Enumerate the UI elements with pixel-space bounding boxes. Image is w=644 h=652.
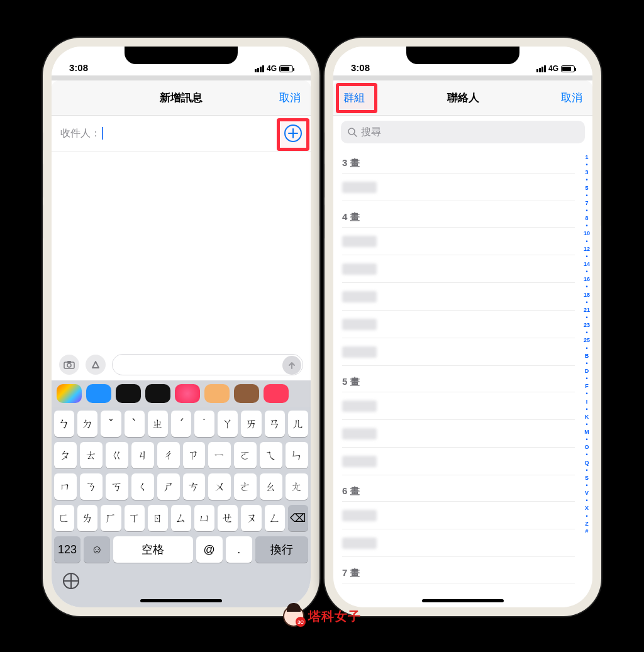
index-item[interactable]: M xyxy=(584,428,589,436)
index-item[interactable]: • xyxy=(586,222,587,229)
index-item[interactable]: 12 xyxy=(584,245,590,253)
key-ㄥ[interactable]: ㄥ xyxy=(265,505,285,531)
search-input[interactable]: 搜尋 xyxy=(341,121,585,143)
key-ㄠ[interactable]: ㄠ xyxy=(260,473,282,500)
camera-button[interactable] xyxy=(59,355,79,375)
key-ㄟ[interactable]: ㄟ xyxy=(260,442,282,468)
key-123[interactable]: 123 xyxy=(54,536,80,563)
key-at[interactable]: @ xyxy=(196,536,223,563)
key-ㄞ[interactable]: ㄞ xyxy=(241,411,261,437)
index-item[interactable]: B xyxy=(585,352,589,360)
index-item[interactable]: D xyxy=(585,367,589,375)
contact-row[interactable] xyxy=(342,502,575,529)
index-item[interactable]: Z xyxy=(585,520,589,528)
index-item[interactable]: Q xyxy=(584,459,589,467)
app-applepay-icon[interactable] xyxy=(116,384,141,403)
index-item[interactable]: O xyxy=(584,443,589,451)
index-item[interactable]: 21 xyxy=(584,306,590,314)
index-item[interactable]: • xyxy=(586,451,587,458)
index-item[interactable]: • xyxy=(586,390,587,397)
contact-row[interactable] xyxy=(342,392,575,420)
key-ㄏ[interactable]: ㄏ xyxy=(101,505,121,531)
section-index[interactable]: 1•3•5•7•8•10•12•14•16•18•21•23•25•B•D•F•… xyxy=(584,153,590,595)
send-button[interactable] xyxy=(282,356,301,375)
key-ㄦ[interactable]: ㄦ xyxy=(288,411,308,437)
key-emoji[interactable]: ☺ xyxy=(84,536,110,563)
index-item[interactable]: • xyxy=(586,329,587,336)
contact-row[interactable] xyxy=(342,338,575,366)
contact-row[interactable] xyxy=(342,174,575,201)
contacts-list[interactable]: 3 畫4 畫5 畫6 畫7 畫 1•3•5•7•8•10•12•14•16•18… xyxy=(333,147,592,595)
index-item[interactable]: • xyxy=(586,512,587,520)
key-ㄆ[interactable]: ㄆ xyxy=(54,442,77,468)
key-ㄇ[interactable]: ㄇ xyxy=(54,473,77,500)
contact-row[interactable] xyxy=(342,283,575,311)
key-ㄓ[interactable]: ㄓ xyxy=(148,411,168,437)
app-memoji1-icon[interactable] xyxy=(204,384,230,403)
key-˙[interactable]: ˙ xyxy=(194,411,214,437)
contact-row[interactable] xyxy=(342,529,575,557)
key-ㄚ[interactable]: ㄚ xyxy=(218,411,238,437)
contact-row[interactable] xyxy=(342,228,575,255)
key-ㄌ[interactable]: ㄌ xyxy=(77,505,97,531)
key-ㄕ[interactable]: ㄕ xyxy=(157,473,180,500)
key-ㄣ[interactable]: ㄣ xyxy=(286,442,308,468)
index-item[interactable]: # xyxy=(585,528,588,535)
index-item[interactable]: • xyxy=(586,283,587,290)
key-ㄩ[interactable]: ㄩ xyxy=(194,505,214,531)
key-ˇ[interactable]: ˇ xyxy=(101,411,121,437)
key-ㄍ[interactable]: ㄍ xyxy=(106,442,128,468)
index-item[interactable]: • xyxy=(586,176,587,184)
index-item[interactable]: I xyxy=(586,398,588,406)
index-item[interactable]: • xyxy=(586,467,587,474)
key-ㄒ[interactable]: ㄒ xyxy=(125,505,145,531)
key-ㄡ[interactable]: ㄡ xyxy=(241,505,261,531)
contact-row[interactable] xyxy=(342,311,575,338)
message-input[interactable] xyxy=(112,354,303,375)
key-ㄑ[interactable]: ㄑ xyxy=(131,473,154,500)
key-return[interactable]: 換行 xyxy=(255,536,308,563)
contact-row[interactable] xyxy=(342,255,575,283)
index-item[interactable]: • xyxy=(586,268,587,275)
index-item[interactable]: • xyxy=(586,360,587,367)
app-fitness-icon[interactable] xyxy=(145,384,170,403)
key-ㄎ[interactable]: ㄎ xyxy=(106,473,128,500)
index-item[interactable]: 8 xyxy=(585,214,588,222)
index-item[interactable]: • xyxy=(586,421,587,428)
index-item[interactable]: • xyxy=(586,497,587,504)
key-ˋ[interactable]: ˋ xyxy=(125,411,145,437)
index-item[interactable]: F xyxy=(585,382,589,390)
index-item[interactable]: • xyxy=(586,375,587,382)
contact-row[interactable] xyxy=(342,448,575,475)
index-item[interactable]: 10 xyxy=(584,229,590,237)
key-space[interactable]: 空格 xyxy=(113,536,192,563)
key-ㄝ[interactable]: ㄝ xyxy=(218,505,238,531)
key-ㄨ[interactable]: ㄨ xyxy=(208,473,231,500)
index-item[interactable]: 16 xyxy=(584,275,590,283)
index-item[interactable]: 3 xyxy=(585,169,588,176)
index-item[interactable]: • xyxy=(586,238,587,245)
groups-button[interactable]: 群組 xyxy=(333,80,375,115)
app-store-icon[interactable] xyxy=(86,384,111,403)
index-item[interactable]: V xyxy=(585,489,589,497)
index-item[interactable]: 5 xyxy=(585,184,588,192)
index-item[interactable]: S xyxy=(585,474,589,482)
key-ㄜ[interactable]: ㄜ xyxy=(234,473,257,500)
keyboard[interactable]: ㄅㄉˇˋㄓˊ˙ㄚㄞㄢㄦ ㄆㄊㄍㄐㄔㄗㄧㄛㄟㄣ ㄇㄋㄎㄑㄕㄘㄨㄜㄠㄤ ㄈㄌㄏㄒㄖㄙ… xyxy=(52,407,311,607)
key-ㄈ[interactable]: ㄈ xyxy=(54,505,74,531)
key-ㄤ[interactable]: ㄤ xyxy=(286,473,308,500)
app-memoji2-icon[interactable] xyxy=(234,384,259,403)
key-ㄙ[interactable]: ㄙ xyxy=(171,505,191,531)
appstore-button[interactable] xyxy=(86,355,106,375)
app-music-icon[interactable] xyxy=(175,384,200,403)
index-item[interactable]: 25 xyxy=(584,336,590,344)
message-body[interactable] xyxy=(52,152,311,349)
contact-row[interactable] xyxy=(342,420,575,448)
app-photos-icon[interactable] xyxy=(57,384,82,403)
index-item[interactable]: • xyxy=(586,436,587,443)
key-ㄖ[interactable]: ㄖ xyxy=(148,505,168,531)
key-dot[interactable]: . xyxy=(226,536,252,563)
index-item[interactable]: • xyxy=(586,161,587,169)
index-item[interactable]: • xyxy=(586,314,587,321)
home-indicator[interactable] xyxy=(140,599,222,602)
